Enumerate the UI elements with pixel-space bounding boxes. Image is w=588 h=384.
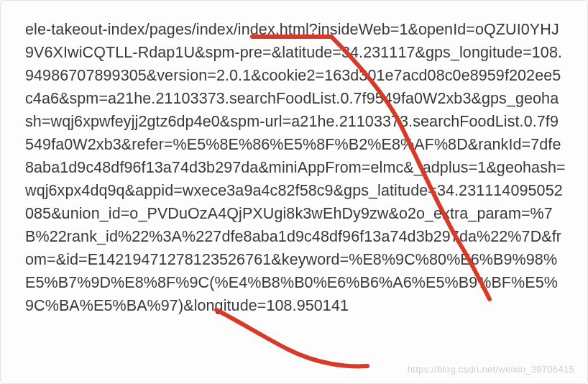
url-box: ele-takeout-index/pages/index/index.html… — [0, 0, 588, 384]
url-text: ele-takeout-index/pages/index/index.html… — [25, 18, 566, 317]
watermark-text: https://blog.csdn.net/weixin_39706415 — [408, 364, 574, 375]
curve-stroke-2 — [216, 310, 367, 366]
